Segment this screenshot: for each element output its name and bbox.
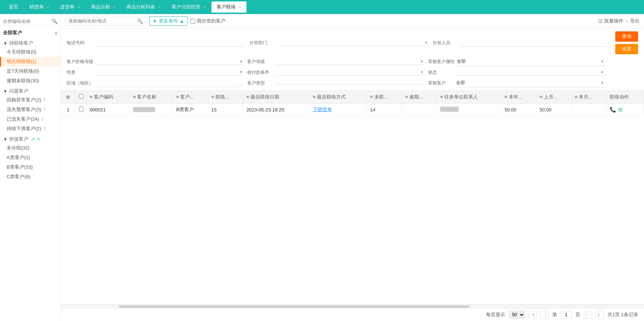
- sidebar-item-class-c[interactable]: C类客户(6): [0, 172, 60, 182]
- nav-sales-order[interactable]: 销货单 ×: [24, 1, 54, 13]
- search-input-wrap: 🔍: [65, 17, 146, 25]
- row-checkbox[interactable]: [79, 107, 84, 111]
- filter-manager-select[interactable]: …: [461, 39, 611, 47]
- col-this-month: ≡ 本月...: [571, 91, 606, 104]
- filter-retail-customer: 零散客户 全部 ▼: [428, 79, 604, 87]
- horizontal-scrollbar[interactable]: [61, 304, 644, 308]
- sidebar-item-overdue-pending[interactable]: 逾期未联络(30): [0, 76, 60, 86]
- export-button[interactable]: ↑ 导出: [626, 18, 640, 24]
- filter-row-4: 区域（地区） … 客户类型 零散客户 全部 ▼: [67, 79, 638, 87]
- filter-status-select[interactable]: ▼: [456, 69, 604, 76]
- reset-button[interactable]: 设置: [615, 44, 638, 54]
- sidebar-item-churned[interactable]: 已流失客户(24) ?: [0, 114, 60, 124]
- nav-product-analysis-list[interactable]: 商品分析列表 ×: [121, 1, 165, 13]
- main-layout: 🔍 全部客户 « ▼ 待联络客户 今天待联络(0) 明天待联络(1) 近7天待联…: [0, 14, 644, 321]
- filter-payment-select[interactable]: ▼: [275, 69, 423, 76]
- sidebar-search-icon[interactable]: 🔍: [52, 18, 57, 24]
- sidebar-item-tomorrow-pending[interactable]: 明天待联络(1): [0, 57, 60, 66]
- close-customer-tier-icon[interactable]: ×: [203, 5, 206, 9]
- last-contact-link[interactable]: 下销货单: [313, 107, 332, 112]
- sidebar-all-customers[interactable]: 全部客户 «: [0, 28, 60, 38]
- sidebar-item-7days-pending[interactable]: 近7天待联络(0): [0, 66, 60, 76]
- filter-customer-value: 客户价格等级 ▼: [67, 58, 243, 65]
- filter-nature-select[interactable]: ▼: [95, 69, 243, 76]
- top-nav: 首页 销货单 × 进货单 × 商品分析 × 商品分析列表 × 客户分层经营 × …: [0, 0, 644, 14]
- scroll-thumb[interactable]: [119, 306, 469, 308]
- close-customer-contact-icon[interactable]: ×: [239, 5, 241, 9]
- nav-customer-contact[interactable]: 客户联络 ×: [211, 1, 246, 13]
- next-page-button[interactable]: 〉: [584, 311, 592, 319]
- filter-customer-type-select[interactable]: [275, 82, 423, 84]
- row-no-contact: 14: [367, 104, 402, 116]
- first-page-button[interactable]: 《: [529, 311, 537, 319]
- row-contacts: 15: [208, 104, 243, 116]
- page-label: 第: [552, 311, 557, 318]
- sidebar-item-ungrouped[interactable]: 未分组(32): [0, 143, 60, 153]
- query-button[interactable]: 查询: [615, 31, 638, 42]
- filter-customer-level-label: 客户等级: [247, 59, 273, 65]
- sidebar-value-group: ▼ 价值客户 ↺ ✎: [0, 134, 60, 143]
- page-size-select[interactable]: 50: [509, 311, 525, 319]
- nav-product-analysis[interactable]: 商品分析 ×: [86, 1, 120, 13]
- col-type: ≡ 客户...: [173, 91, 208, 104]
- filter-customer-value-select[interactable]: ▼: [95, 58, 243, 65]
- sidebar-item-repurchase-abnormal[interactable]: 回购异常客户(2) ?: [0, 95, 60, 105]
- payment-chevron-icon: ▼: [420, 70, 424, 74]
- prev-page-button[interactable]: 〈: [540, 311, 549, 319]
- search-input[interactable]: [69, 18, 136, 24]
- sidebar-search-input[interactable]: [3, 19, 50, 24]
- filter-retail-attr-select[interactable]: 全部 ▼: [457, 57, 604, 66]
- filter-region-label: 区域（地区）: [67, 80, 93, 86]
- my-customer-checkbox[interactable]: [190, 19, 195, 24]
- filter-region-select[interactable]: …: [95, 79, 243, 87]
- filter-phone-input[interactable]: [95, 39, 245, 47]
- sidebar-item-class-a[interactable]: A类客户(1): [0, 153, 60, 162]
- filter-dept-select[interactable]: ▼: [277, 39, 428, 46]
- col-check[interactable]: [76, 91, 87, 104]
- row-code: 000021: [87, 104, 130, 116]
- close-product-analysis-icon[interactable]: ×: [113, 5, 115, 9]
- filter-customer-type-label: 客户类型: [247, 80, 273, 86]
- total-label: 共1页 1条记录: [608, 311, 638, 318]
- page-input[interactable]: [561, 311, 572, 318]
- phone-action-icon[interactable]: 📞: [610, 107, 616, 113]
- row-company-contact: [437, 104, 501, 116]
- manager-dots-icon[interactable]: …: [606, 40, 611, 45]
- search-bar: 🔍 ▼ 更多条件 ▲ 我分管的客户 ☑ 批量操作 ↑ 导出: [61, 14, 644, 28]
- nav-home[interactable]: 首页: [4, 1, 24, 13]
- search-icon[interactable]: 🔍: [137, 18, 143, 24]
- sidebar: 🔍 全部客户 « ▼ 待联络客户 今天待联络(0) 明天待联络(1) 近7天待联…: [0, 14, 61, 321]
- sidebar-pending-group: ▼ 待联络客户: [0, 38, 60, 47]
- row-name: Ea: [130, 104, 173, 116]
- nature-chevron-icon: ▼: [239, 70, 243, 74]
- row-check[interactable]: [76, 104, 87, 116]
- sidebar-item-declining[interactable]: 持续下滑客户(2) ?: [0, 124, 60, 134]
- filter-panel: 电话号码 分管部门 ▼ 分管人员 …: [61, 28, 644, 91]
- row-last-contact-method[interactable]: 下销货单: [310, 104, 367, 116]
- nav-customer-tier[interactable]: 客户分层经营 ×: [167, 1, 211, 13]
- sidebar-item-today-pending[interactable]: 今天待联络(0): [0, 47, 60, 57]
- batch-operation-button[interactable]: ☑ 批量操作: [598, 18, 623, 24]
- row-type: B类客户: [173, 104, 208, 116]
- sidebar-collapse-icon[interactable]: «: [55, 30, 57, 36]
- region-dots-icon[interactable]: …: [238, 80, 243, 86]
- my-customer-checkbox-area[interactable]: 我分管的客户: [190, 18, 225, 24]
- more-filter-button[interactable]: ▼ 更多条件 ▲: [149, 16, 188, 26]
- value-group-edit-icon[interactable]: ✎: [37, 137, 40, 142]
- close-purchase-order-icon[interactable]: ×: [77, 5, 80, 9]
- nav-purchase-order[interactable]: 进货单 ×: [55, 1, 85, 13]
- close-product-analysis-list-icon[interactable]: ×: [158, 5, 160, 9]
- sidebar-item-class-b[interactable]: B类客户(33): [0, 162, 60, 172]
- filter-customer-level-select[interactable]: ▼: [275, 58, 423, 65]
- filter-retail-attr: 零散客户属性 全部 ▼: [428, 57, 604, 66]
- grid-action-icon[interactable]: ⊞: [618, 107, 623, 113]
- sidebar-item-churn-warning[interactable]: 流失预警客户(3) ?: [0, 105, 60, 114]
- last-page-button[interactable]: 》: [596, 311, 604, 319]
- col-last-contact-method: ≡ 最后联络方式: [310, 91, 367, 104]
- filter-nature: 性质 ▼: [67, 69, 243, 76]
- filter-retail-customer-select[interactable]: 全部 ▼: [456, 79, 604, 87]
- value-group-refresh-icon[interactable]: ↺: [31, 137, 35, 142]
- select-all-checkbox[interactable]: [79, 94, 84, 99]
- col-settings[interactable]: ⚙: [61, 91, 76, 104]
- close-sales-order-icon[interactable]: ×: [47, 5, 49, 9]
